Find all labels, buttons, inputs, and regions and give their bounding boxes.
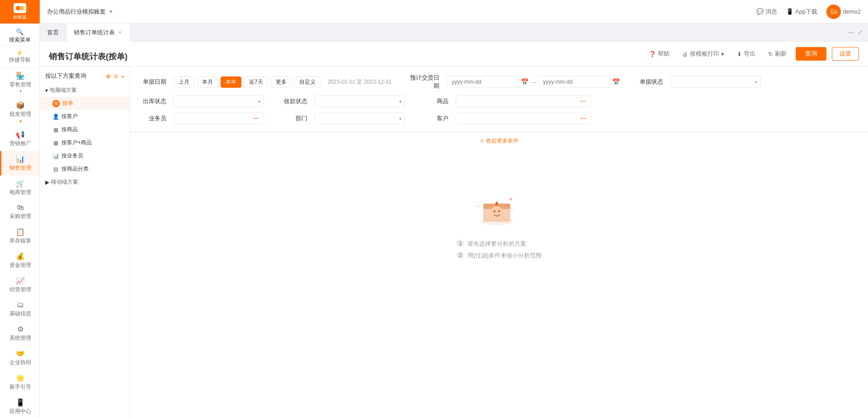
collapse-bar[interactable]: ∧ 收起更多条件 (130, 132, 868, 149)
start-calendar-icon[interactable]: 📅 (521, 78, 528, 86)
sidebar-item-quick-nav[interactable]: ⚡ 快捷导航 (0, 46, 39, 68)
date-btn-more[interactable]: 更多 (271, 76, 292, 88)
department-select-wrap (315, 113, 405, 124)
by-salesman-icon: 📊 (52, 153, 59, 159)
expected-date-label: 预计交货日期 (408, 74, 439, 90)
sales-label: 销售管理 (9, 164, 31, 172)
date-separator: — (530, 79, 536, 86)
end-calendar-icon[interactable]: 📅 (612, 78, 620, 86)
tab-minimize-icon[interactable]: — (848, 29, 854, 36)
tab-home[interactable]: 首页 (40, 24, 66, 42)
tab-close-icon[interactable]: × (118, 28, 123, 37)
empty-tip-2: 2 用[过滤]条件来缩小分析范围 (457, 252, 541, 260)
mobile-section-label: 移动端方案 (51, 178, 78, 186)
sidebar-item-inventory[interactable]: 📋 库存核算 (0, 224, 39, 248)
settings-button[interactable]: 设置 (832, 47, 859, 61)
svg-point-8 (494, 210, 495, 212)
message-icon: 💬 (756, 8, 764, 15)
by-customer-icon: 👤 (52, 114, 59, 120)
goods-dots[interactable]: ··· (578, 98, 587, 105)
ship-status-select[interactable] (174, 95, 264, 107)
expected-date-end-input[interactable] (538, 76, 610, 88)
purchase-label: 采购管理 (9, 213, 31, 220)
payment-status-select[interactable] (315, 95, 405, 107)
salesman-dots[interactable]: ··· (251, 115, 260, 122)
operations-icon: 📈 (16, 276, 25, 285)
scheme-item-by-salesman[interactable]: 📊 按业务员 (40, 149, 130, 162)
empty-tips: 1 请先选择要分析的方案 2 用[过滤]条件来缩小分析范围 (457, 240, 541, 263)
customer-label: 客户 (421, 114, 448, 123)
search-label: 搜索菜单 (9, 36, 31, 44)
apps-label: 应用中心 (9, 408, 31, 415)
sidebar-item-operations[interactable]: 📈 经营管理 (0, 273, 39, 297)
print-button[interactable]: 🖨 按模板打印 ▾ (679, 48, 728, 60)
marketing-label: 营销推广 (9, 140, 31, 147)
tip-1-text: 请先选择要分析的方案 (467, 240, 526, 248)
by-order-label: 按单 (62, 100, 73, 107)
date-btn-this-year[interactable]: 本年 (221, 76, 241, 88)
sidebar-item-finance[interactable]: 💰 资金管理 (0, 248, 39, 273)
expected-date-start-input[interactable] (447, 76, 519, 88)
sidebar-item-system[interactable]: ⚙ 系统管理 (0, 321, 39, 346)
scheme-section-mobile-title[interactable]: ▶ 移动端方案 (40, 176, 130, 189)
scheme-settings-button[interactable]: ⊙ (113, 73, 118, 80)
refresh-button[interactable]: ↻ 刷新 (764, 48, 790, 60)
app-download-button[interactable]: 📱 App下载 (786, 8, 817, 16)
date-btn-last-month[interactable]: 上月 (174, 76, 194, 88)
payment-status-select-wrap (315, 95, 405, 107)
date-btn-custom[interactable]: 自定义 (294, 76, 321, 88)
sidebar-item-ecommerce[interactable]: 🛒 电商管理 (0, 176, 39, 200)
scheme-header-label: 按以下方案查询 (45, 72, 86, 80)
scheme-item-by-goods[interactable]: ▦ 按商品 (40, 123, 130, 136)
date-btn-7days[interactable]: 近7天 (244, 76, 268, 88)
tab-sales-stats[interactable]: 销售订单统计表 × (66, 24, 130, 42)
date-btn-this-month[interactable]: 本月 (197, 76, 218, 88)
filter-row-1: 单据日期 上月 本月 本年 近7天 更多 自定义 2023-01-01 至 20… (139, 74, 859, 90)
search-icon: 🔍 (16, 28, 24, 35)
scheme-header-actions: ⊕ ⊙ « (106, 73, 124, 80)
tab-fullscreen-icon[interactable]: ⤢ (858, 29, 863, 36)
by-goods-label: 按商品 (61, 126, 78, 133)
status-select-wrap (670, 76, 761, 88)
export-button[interactable]: ⬇ 导出 (733, 48, 759, 60)
help-button[interactable]: ❓ 帮助 (645, 48, 673, 60)
scheme-item-by-customer-goods[interactable]: ▦ 按客户+商品 (40, 136, 130, 149)
sidebar-item-retail[interactable]: 🏪 零售管理 ▾ (0, 68, 39, 97)
quick-nav-icon: ⚡ (16, 50, 23, 56)
message-button[interactable]: 💬 消息 (756, 8, 777, 16)
user-profile[interactable]: Ea demo2 (826, 5, 861, 19)
topbar-dropdown-icon[interactable]: ▾ (109, 8, 113, 15)
sidebar-item-enterprise[interactable]: 🤝 企业协同 (0, 346, 39, 370)
ship-status-select-wrap (174, 95, 264, 107)
payment-status-label: 收款状态 (280, 97, 307, 105)
status-select[interactable] (670, 76, 761, 88)
sidebar-item-apps[interactable]: 📱 应用中心 (0, 394, 39, 418)
empty-tip-1: 1 请先选择要分析的方案 (457, 240, 541, 248)
date-range-text: 2023-01-01 至 2023-12-31 (328, 78, 392, 86)
sidebar-item-purchase[interactable]: 🛍 采购管理 (0, 200, 39, 224)
scheme-section-desktop-title[interactable]: ▾ 电脑端方案 (40, 84, 130, 97)
sidebar-item-basic[interactable]: 🗂 基础信息 (0, 297, 39, 321)
page-title: 销售订单统计表(按单) (49, 51, 127, 62)
content-panel: 按以下方案查询 ⊕ ⊙ « ▾ 电脑端方案 按 按单 (40, 66, 868, 418)
logo-text: 标账版 (13, 14, 27, 20)
sidebar-item-newbie[interactable]: 🌟 新手引导 (0, 370, 39, 394)
scheme-item-by-order[interactable]: 按 按单 (40, 97, 130, 110)
help-icon: ❓ (649, 51, 656, 57)
scheme-item-by-customer[interactable]: 👤 按客户 (40, 110, 130, 123)
by-customer-goods-label: 按客户+商品 (61, 139, 92, 147)
by-order-icon: 按 (52, 100, 60, 107)
scheme-collapse-button[interactable]: « (121, 73, 124, 80)
by-customer-label: 按客户 (61, 113, 78, 120)
scheme-item-by-category[interactable]: ▤ 按商品分类 (40, 162, 130, 176)
sidebar-item-marketing[interactable]: 📢 营销推广 (0, 127, 39, 151)
sidebar-item-wholesale[interactable]: 📦 批发管理 ▴ (0, 97, 39, 127)
scheme-add-button[interactable]: ⊕ (106, 73, 111, 80)
app-download-icon: 📱 (786, 8, 793, 15)
sidebar-item-sales[interactable]: 📊 销售管理 (0, 151, 39, 176)
app-logo: 标账版 (0, 0, 40, 24)
customer-dots[interactable]: ··· (578, 115, 587, 122)
department-select[interactable] (315, 113, 405, 124)
query-button[interactable]: 查询 (796, 47, 826, 61)
sidebar-item-search[interactable]: 🔍 搜索菜单 (0, 24, 39, 46)
